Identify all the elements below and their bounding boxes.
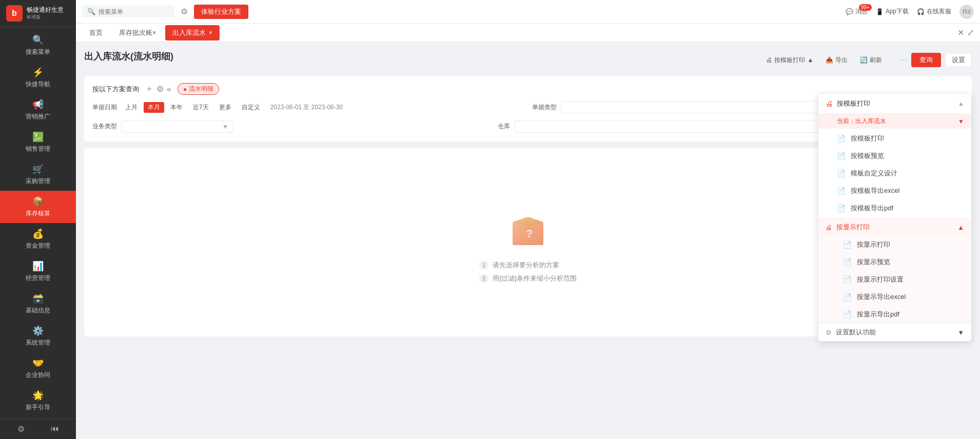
avatar-text: Rit [963, 8, 971, 15]
headset-icon: 🎧 [917, 8, 925, 15]
page-toolbar: 🖨 按模板打印 ▲ 📤 导出 🔄 刷新 | ··· 查询 设置 [762, 53, 972, 67]
date-shortcut-上月[interactable]: 上月 [121, 102, 142, 113]
gear-icon[interactable]: ⚙ [181, 7, 188, 16]
sidebar-footer: ⚙ ⏮ [0, 418, 76, 439]
app-icon: 📱 [876, 8, 884, 15]
maximize-icon[interactable]: ⤢ [967, 28, 974, 37]
date-shortcut-近7天[interactable]: 近7天 [189, 102, 213, 113]
collapse-icon[interactable]: ⏮ [51, 424, 59, 434]
message-icon: 💬 [846, 8, 853, 15]
tab-首页[interactable]: 首页 [82, 25, 110, 41]
dp-section-header[interactable]: 🖨 按显示打印 ▲ [818, 218, 971, 236]
sidebar-item-企业协同[interactable]: 🤝企业协同 [0, 352, 76, 385]
sidebar-item-经营管理[interactable]: 📊经营管理 [0, 255, 76, 288]
tab-close-icon[interactable]: × [152, 29, 156, 36]
sidebar-item-资金管理[interactable]: 💰资金管理 [0, 223, 76, 255]
sidebar-item-搜索菜单[interactable]: 🔍搜索菜单 [0, 29, 76, 62]
step-1-num: 1 [479, 261, 488, 270]
sidebar-item-快捷导航[interactable]: ⚡快捷导航 [0, 62, 76, 94]
sidebar-item-系统管理[interactable]: ⚙️系统管理 [0, 320, 76, 352]
search-input[interactable] [99, 8, 160, 15]
message-btn[interactable]: 💬 消息 99+ [846, 7, 868, 16]
logo-icon: b [6, 5, 23, 22]
dp-section-item-按显示预览[interactable]: 📄按显示预览 [818, 253, 971, 271]
tab-bar: 首页库存批次账×出入库流水× ✕ ⤢ [76, 24, 980, 42]
sidebar-nav: 🔍搜索菜单⚡快捷导航📢营销推广💹销售管理🛒采购管理📦库存核算💰资金管理📊经营管理… [0, 27, 76, 418]
biz-type-label: 业务类型 [92, 122, 117, 131]
main-content: 🔍 ⚙ 体验行业方案 💬 消息 99+ 📱 App下载 🎧 在线客服 Rit [76, 0, 980, 439]
biz-type-filter-field: 业务类型 ▼ [92, 121, 489, 133]
sidebar: b 畅捷通好生意 标准版 🔍搜索菜单⚡快捷导航📢营销推广💹销售管理🛒采购管理📦库… [0, 0, 76, 439]
dp-item-按模板打印[interactable]: 📄按模板打印 [818, 130, 971, 147]
user-avatar[interactable]: Rit [959, 5, 974, 19]
filter-collapse-icon[interactable]: « [167, 85, 171, 94]
print-icon: 🖨 [766, 56, 772, 64]
topbar-right: 💬 消息 99+ 📱 App下载 🎧 在线客服 Rit [846, 5, 974, 19]
dp-section-item-按显示导出excel[interactable]: 📄按显示导出excel [818, 288, 971, 306]
dp-item-按模板导出excel[interactable]: 📄按模板导出excel [818, 182, 971, 199]
export-btn[interactable]: 📤 导出 [821, 54, 852, 67]
dp-header-chevron: ▲ [958, 100, 964, 107]
date-shortcut-自定义[interactable]: 自定义 [238, 102, 264, 113]
sidebar-item-销售管理[interactable]: 💹销售管理 [0, 126, 76, 158]
dp-section-item-按显示打印[interactable]: 📄按显示打印 [818, 236, 971, 253]
search-box: 🔍 [82, 6, 174, 17]
date-shortcut-本月[interactable]: 本月 [144, 102, 164, 113]
date-shortcut-本年[interactable]: 本年 [166, 102, 187, 113]
warehouse-label: 仓库 [498, 122, 510, 131]
chevron-down-icon2: ▼ [222, 123, 228, 130]
industry-btn[interactable]: 体验行业方案 [194, 5, 248, 19]
dp-footer[interactable]: ⚙ 设置默认功能 ▼ [818, 323, 971, 341]
empty-icon: ? [502, 199, 554, 250]
more-actions-icon[interactable]: ··· [900, 55, 907, 65]
dp-section-item-按显示导出pdf[interactable]: 📄按显示导出pdf [818, 306, 971, 323]
sidebar-item-营销推广[interactable]: 📢营销推广 [0, 94, 76, 126]
print-template-icon: 🖨 [826, 99, 833, 108]
settings-icon[interactable]: ⚙ [17, 424, 25, 434]
dp-item-按模板预览[interactable]: 📄按模板预览 [818, 147, 971, 165]
settings-btn[interactable]: 设置 [945, 53, 972, 67]
sidebar-item-库存核算[interactable]: 📦库存核算 [0, 191, 76, 223]
minimize-icon[interactable]: ✕ [957, 28, 964, 37]
dp-section-sub: 📄按显示打印📄按显示预览📄按显示打印设置📄按显示导出excel📄按显示导出pdf [818, 236, 971, 323]
dp-current-chevron: ▼ [958, 118, 964, 125]
empty-step-2: 2 用[过滤]条件来缩小分析范围 [479, 272, 576, 285]
logo-name: 畅捷通好生意 [27, 6, 64, 14]
logo-badge: 标准版 [27, 14, 64, 21]
refresh-icon: 🔄 [860, 56, 868, 64]
dp-header[interactable]: 🖨 按模板打印 ▲ [818, 94, 971, 114]
topbar: 🔍 ⚙ 体验行业方案 💬 消息 99+ 📱 App下载 🎧 在线客服 Rit [76, 0, 980, 24]
dp-template-sub: 📄按模板打印📄按模板预览📄模板自定义设计📄按模板导出excel📄按模板导出pdf [818, 129, 971, 218]
sidebar-item-新手引导[interactable]: 🌟新手引导 [0, 385, 76, 417]
tab-库存批次账[interactable]: 库存批次账× [112, 25, 163, 41]
filter-add-icon[interactable]: ＋ [145, 84, 153, 94]
dp-item-按模板导出pdf[interactable]: 📄按模板导出pdf [818, 199, 971, 217]
app-download-btn[interactable]: 📱 App下载 [876, 7, 909, 16]
page-title: 出入库流水(流水明细) [84, 50, 173, 63]
dp-header-label: 🖨 按模板打印 [826, 99, 870, 108]
sidebar-logo: b 畅捷通好生意 标准版 [0, 0, 76, 27]
refresh-btn[interactable]: 🔄 刷新 [856, 54, 886, 67]
svg-text:?: ? [526, 227, 533, 240]
filter-tag-container: ● 流水明细 [178, 83, 219, 95]
display-print-icon: 🖨 [826, 224, 832, 231]
dp-item-模板自定义设计[interactable]: 📄模板自定义设计 [818, 165, 971, 182]
sidebar-item-采购管理[interactable]: 🛒采购管理 [0, 158, 76, 191]
filter-gear-icon[interactable]: ⚙ [156, 84, 164, 94]
date-shortcut-更多[interactable]: 更多 [215, 102, 236, 113]
query-btn[interactable]: 查询 [911, 53, 941, 67]
filter-tag-item[interactable]: ● 流水明细 [178, 83, 219, 95]
export-icon: 📤 [826, 56, 833, 64]
print-dropdown-panel: 🖨 按模板打印 ▲ 当前：出入库流水 ▼ 📄按模板打印📄按模板预览📄模板自定义设… [818, 93, 972, 342]
dp-current-item: 当前：出入库流水 ▼ [818, 114, 971, 129]
sidebar-item-基础信息[interactable]: 🗃️基础信息 [0, 288, 76, 320]
filter-label: 按以下方案查询 [92, 85, 139, 94]
tab-close-icon[interactable]: × [209, 29, 212, 36]
message-badge: 99+ [859, 4, 872, 11]
page-body: 出入库流水(流水明细) 🖨 按模板打印 ▲ 📤 导出 🔄 刷新 | ··· 查询 [76, 42, 980, 439]
dp-section-item-按显示打印设置[interactable]: 📄按显示打印设置 [818, 271, 971, 288]
online-service-btn[interactable]: 🎧 在线客服 [917, 7, 951, 16]
biz-type-dropdown[interactable]: ▼ [121, 121, 234, 133]
tab-出入库流水[interactable]: 出入库流水× [165, 25, 220, 41]
print-template-btn[interactable]: 🖨 按模板打印 ▲ [762, 54, 817, 67]
